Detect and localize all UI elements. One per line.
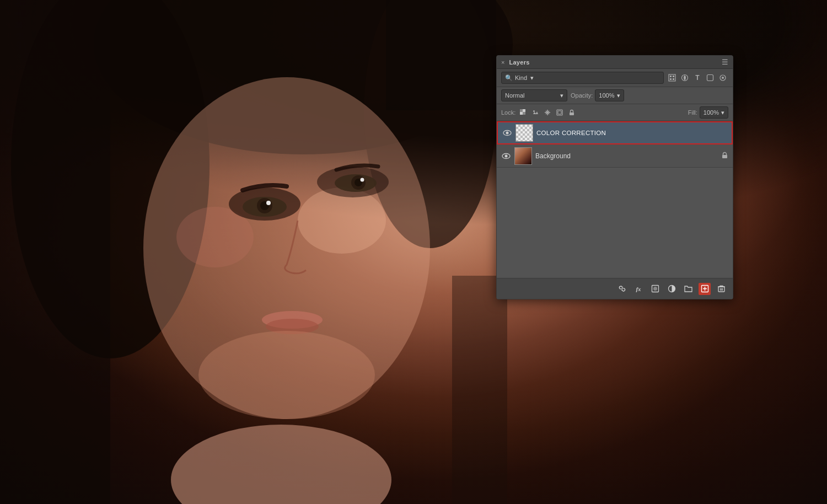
- svg-rect-35: [523, 112, 525, 115]
- opacity-group: Opacity: 100% ▾: [571, 89, 728, 101]
- svg-rect-42: [558, 111, 561, 114]
- kind-chevron: ▾: [530, 74, 534, 82]
- blend-mode-row: Normal ▾ Opacity: 100% ▾: [497, 87, 733, 104]
- layer-thumb-1: [515, 124, 533, 142]
- svg-rect-25: [673, 76, 674, 77]
- svg-rect-24: [670, 76, 672, 77]
- layer-visibility-eye-1[interactable]: [502, 128, 512, 138]
- layer-name-2: Background: [535, 152, 718, 160]
- filter-adjustment-icon[interactable]: [679, 72, 690, 83]
- link-layers-button[interactable]: [616, 283, 628, 295]
- svg-rect-27: [673, 78, 674, 80]
- svg-rect-48: [722, 155, 727, 158]
- svg-rect-26: [670, 78, 672, 80]
- fill-label: Fill:: [688, 109, 697, 116]
- opacity-input[interactable]: 100% ▾: [595, 89, 624, 101]
- opacity-value-text: 100%: [599, 92, 614, 99]
- svg-point-51: [653, 287, 657, 291]
- filter-shape-icon[interactable]: [705, 72, 716, 83]
- filter-smart-icon[interactable]: [717, 72, 728, 83]
- layer-color-correction[interactable]: COLOR CORRECTION: [497, 121, 733, 144]
- layer-thumb-2: [514, 147, 532, 165]
- kind-label: Kind: [515, 74, 527, 81]
- blend-chevron: ▾: [560, 92, 563, 99]
- panel-title: Layers: [509, 59, 722, 66]
- lock-position-icon[interactable]: [543, 108, 552, 117]
- layer-name-1: COLOR CORRECTION: [536, 130, 727, 136]
- search-icon: 🔍: [505, 74, 513, 82]
- kind-dropdown[interactable]: 🔍 Kind ▾: [501, 72, 664, 84]
- svg-rect-23: [669, 74, 675, 81]
- panel-close-area[interactable]: ×: [501, 59, 504, 66]
- delete-layer-button[interactable]: [715, 283, 727, 295]
- svg-point-47: [505, 154, 508, 157]
- lock-artboard-icon[interactable]: [555, 108, 565, 117]
- filter-pixel-icon[interactable]: [667, 72, 678, 83]
- add-adjustment-button[interactable]: [665, 283, 678, 295]
- layer-visibility-eye-2[interactable]: [501, 151, 511, 161]
- panel-menu-icon[interactable]: ☰: [722, 58, 728, 66]
- lock-image-icon[interactable]: [530, 108, 540, 117]
- fill-group: Fill: 100% ▾: [688, 106, 728, 119]
- fill-chevron: ▾: [721, 109, 724, 116]
- svg-rect-34: [520, 112, 523, 115]
- lock-row: Lock:: [497, 104, 733, 121]
- new-group-button[interactable]: [682, 283, 694, 295]
- svg-point-31: [722, 77, 724, 79]
- layer-background[interactable]: Background: [497, 144, 733, 168]
- opacity-chevron: ▾: [617, 92, 620, 99]
- fill-value-text: 100%: [704, 109, 719, 116]
- svg-rect-29: [707, 75, 713, 81]
- blend-mode-dropdown[interactable]: Normal ▾: [501, 89, 567, 101]
- lock-all-icon[interactable]: [567, 108, 577, 117]
- opacity-label: Opacity:: [571, 92, 593, 99]
- new-layer-button[interactable]: [699, 283, 711, 295]
- layers-list: COLOR CORRECTION Background: [497, 121, 733, 278]
- svg-rect-33: [523, 109, 525, 112]
- lock-transparent-icon[interactable]: [518, 108, 528, 117]
- svg-rect-32: [520, 109, 523, 112]
- blend-mode-value: Normal: [505, 92, 558, 99]
- filter-row: 🔍 Kind ▾ T: [497, 69, 733, 87]
- add-layer-style-button[interactable]: fx: [632, 283, 645, 295]
- svg-rect-43: [570, 112, 574, 115]
- panel-toolbar: fx: [497, 278, 733, 299]
- lock-icons: [518, 108, 577, 117]
- fill-input[interactable]: 100% ▾: [700, 106, 728, 119]
- layers-panel: × Layers ☰ 🔍 Kind ▾ T: [496, 55, 733, 299]
- layers-empty-area: [497, 168, 733, 278]
- filter-icons: T: [667, 72, 728, 83]
- add-mask-button[interactable]: [649, 283, 661, 295]
- filter-type-icon[interactable]: T: [692, 72, 703, 83]
- svg-point-36: [533, 110, 535, 112]
- close-icon[interactable]: ×: [501, 59, 504, 66]
- panel-titlebar: × Layers ☰: [497, 56, 733, 69]
- layer-lock-2: [721, 152, 728, 160]
- svg-point-45: [506, 132, 509, 135]
- lock-label: Lock:: [501, 109, 515, 116]
